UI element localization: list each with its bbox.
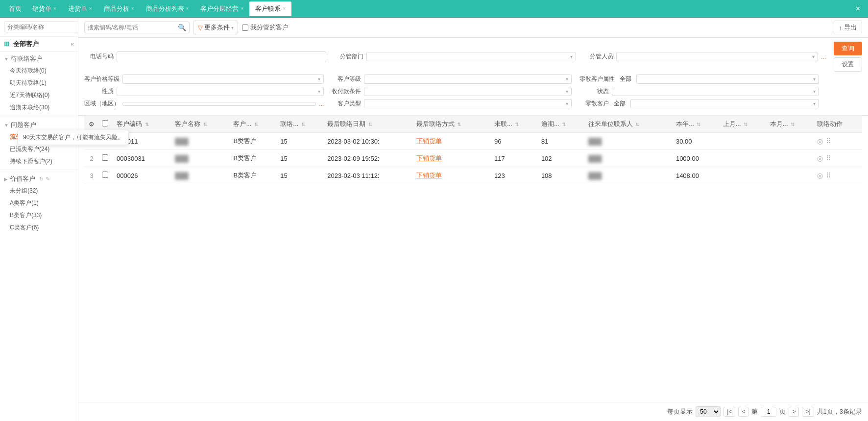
my-customers-check-input[interactable] bbox=[242, 25, 248, 31]
sidebar-item-7days[interactable]: 近7天待联络(0) bbox=[0, 89, 78, 101]
sidebar-group-pending-title[interactable]: ▼ 待联络客户 bbox=[0, 52, 78, 65]
tab-analysis-close[interactable]: × bbox=[131, 6, 134, 11]
sidebar-root-header[interactable]: ⊞ 全部客户 « bbox=[0, 37, 78, 52]
close-window-btn[interactable]: × bbox=[852, 2, 864, 15]
tab-analysis[interactable]: 商品分析 × bbox=[98, 1, 140, 16]
more-icon-2[interactable]: ⠿ bbox=[826, 172, 831, 179]
sidebar-group-pending-label: 待联络客户 bbox=[11, 54, 43, 63]
per-page-select[interactable]: 50 100 200 bbox=[696, 406, 721, 417]
home-tab[interactable]: 首页 bbox=[4, 2, 26, 15]
sidebar-group-value-label: 价值客户 bbox=[10, 174, 35, 183]
contact-icon-0[interactable]: ◎ bbox=[817, 137, 823, 145]
sidebar-group-value-title[interactable]: ▶ 价值客户 ↻ ✎ bbox=[0, 172, 78, 185]
sidebar-item-a-class[interactable]: A类客户(1) bbox=[0, 197, 78, 209]
sidebar-item-declining[interactable]: 持续下滑客户(2) bbox=[0, 155, 78, 168]
sidebar-item-today[interactable]: 今天待联络(0) bbox=[0, 65, 78, 77]
th-contact[interactable]: 联络... ⇅ bbox=[277, 116, 324, 133]
content-area: 🔍 ▽ 更多条件 ▾ 我分管的客户 ↑ 导出 电话号码 bbox=[78, 18, 868, 421]
tab-sales-close[interactable]: × bbox=[53, 6, 56, 11]
edit-icon[interactable]: ✎ bbox=[46, 176, 50, 182]
sort-icon-type: ⇅ bbox=[254, 122, 258, 127]
tab-purchase[interactable]: 进货单 × bbox=[62, 1, 98, 16]
tab-sales[interactable]: 销货单 × bbox=[26, 1, 62, 16]
refresh-icon[interactable]: ↻ bbox=[39, 176, 44, 182]
contact-icon-2[interactable]: ◎ bbox=[817, 172, 823, 179]
last-page-btn[interactable]: >| bbox=[802, 407, 814, 417]
tab-analysis-list[interactable]: 商品分析列表 × bbox=[140, 1, 195, 16]
th-contact-person[interactable]: 往来单位联系人 ⇅ bbox=[585, 116, 673, 133]
filter-select-zero-customer[interactable]: ▾ bbox=[630, 99, 819, 108]
tab-purchase-label: 进货单 bbox=[68, 4, 87, 13]
th-name[interactable]: 客户名称 ⇅ bbox=[172, 116, 230, 133]
row-checkbox-2[interactable] bbox=[99, 167, 114, 184]
next-page-btn[interactable]: > bbox=[789, 407, 799, 417]
filter-select-manager[interactable]: ▾ bbox=[616, 52, 818, 61]
sidebar-item-c-class[interactable]: C类客户(6) bbox=[0, 222, 78, 234]
tab-analysis-list-close[interactable]: × bbox=[186, 6, 189, 11]
th-last-method[interactable]: 最后联络方式 ⇅ bbox=[413, 116, 491, 133]
arrow-down-icon-2: ▼ bbox=[4, 123, 9, 128]
tab-customer-contact[interactable]: 客户联系 × bbox=[249, 1, 291, 16]
filter-select-dept[interactable]: ▾ bbox=[366, 52, 576, 61]
my-customers-checkbox[interactable]: 我分管的客户 bbox=[242, 23, 289, 32]
sidebar-group-problem-title[interactable]: ▼ 问题客户 bbox=[0, 118, 78, 131]
th-last-month[interactable]: 上月... ⇅ bbox=[720, 116, 767, 133]
first-page-btn[interactable]: |< bbox=[723, 407, 735, 417]
toolbar-search-input[interactable] bbox=[88, 24, 176, 31]
th-this-month[interactable]: 本月... ⇅ bbox=[767, 116, 814, 133]
row-person-2: ███ bbox=[585, 167, 673, 184]
filter-select-price-grade[interactable]: ▾ bbox=[122, 74, 324, 84]
filter-select-customer-grade[interactable]: ▾ bbox=[364, 74, 571, 84]
filter-row-2: 客户价格等级 ▾ 客户等级 ▾ 零散客户属性 全部 bbox=[84, 74, 862, 84]
sidebar-collapse-icon[interactable]: « bbox=[71, 41, 74, 48]
contact-icon-1[interactable]: ◎ bbox=[817, 154, 823, 162]
th-last-date[interactable]: 最后联络日期 ⇅ bbox=[324, 116, 413, 133]
sort-icon-person: ⇅ bbox=[635, 122, 639, 127]
filter-select-payment[interactable]: ▾ bbox=[364, 87, 571, 96]
settings-button[interactable]: 设置 bbox=[834, 57, 862, 72]
filter-row-3: 性质 ▾ 收付款条件 ▾ 状态 bbox=[84, 87, 862, 96]
filter-select-status[interactable]: ▾ bbox=[612, 87, 819, 96]
th-overdue[interactable]: 逾期... ⇅ bbox=[538, 116, 585, 133]
row-overdue-0: 81 bbox=[538, 133, 585, 150]
th-not-contacted[interactable]: 未联... ⇅ bbox=[491, 116, 538, 133]
tab-purchase-close[interactable]: × bbox=[89, 6, 92, 11]
tab-customer-segment-close[interactable]: × bbox=[241, 6, 243, 11]
filter-label-customer-grade: 客户等级 bbox=[332, 75, 361, 83]
sidebar-item-tomorrow[interactable]: 明天待联络(1) bbox=[0, 77, 78, 89]
row-code-1: 00030031 bbox=[114, 150, 172, 167]
filter-more-region[interactable]: ... bbox=[319, 100, 324, 107]
toolbar-search-icon[interactable]: 🔍 bbox=[178, 24, 186, 31]
row-lastmonth-0 bbox=[720, 133, 767, 150]
filter-more-btn[interactable]: ▽ 更多条件 ▾ bbox=[193, 21, 238, 34]
more-icon-0[interactable]: ⠿ bbox=[826, 137, 831, 145]
query-button[interactable]: 查询 bbox=[834, 42, 862, 55]
sidebar-item-b-class[interactable]: B类客户(33) bbox=[0, 209, 78, 222]
chevron-down-icon-cgrade: ▾ bbox=[566, 76, 568, 82]
sidebar-search-input[interactable] bbox=[4, 22, 78, 32]
filter-select-zero-attr[interactable]: ▾ bbox=[636, 74, 819, 84]
prev-page-btn[interactable]: < bbox=[738, 407, 748, 417]
filter-input-phone[interactable] bbox=[117, 51, 326, 62]
th-this-year[interactable]: 本年... ⇅ bbox=[673, 116, 720, 133]
page-number-input[interactable] bbox=[761, 407, 776, 417]
sort-icon-method: ⇅ bbox=[457, 122, 461, 127]
chevron-down-icon-dept: ▾ bbox=[570, 54, 573, 59]
tab-customer-segment[interactable]: 客户分层经营 × bbox=[194, 1, 249, 16]
filter-more-manager[interactable]: ... bbox=[821, 53, 826, 60]
filter-select-region[interactable] bbox=[122, 102, 316, 106]
export-btn[interactable]: ↑ 导出 bbox=[834, 21, 863, 34]
th-type[interactable]: 客户... ⇅ bbox=[230, 116, 277, 133]
filter-select-customer-type[interactable]: ▾ bbox=[364, 99, 571, 108]
page-label: 第 bbox=[751, 407, 758, 416]
row-method-0[interactable]: 下销货单 bbox=[413, 133, 491, 150]
select-all-checkbox[interactable] bbox=[102, 120, 108, 126]
filter-select-nature[interactable]: ▾ bbox=[117, 87, 324, 96]
row-method-1[interactable]: 下销货单 bbox=[413, 150, 491, 167]
row-checkbox-1[interactable] bbox=[99, 150, 114, 167]
more-icon-1[interactable]: ⠿ bbox=[826, 154, 831, 162]
sidebar-item-ungroup[interactable]: 未分组(32) bbox=[0, 185, 78, 197]
tab-customer-contact-close[interactable]: × bbox=[283, 6, 286, 11]
row-method-2[interactable]: 下销货单 bbox=[413, 167, 491, 184]
sidebar-item-overdue[interactable]: 逾期未联络(30) bbox=[0, 101, 78, 114]
